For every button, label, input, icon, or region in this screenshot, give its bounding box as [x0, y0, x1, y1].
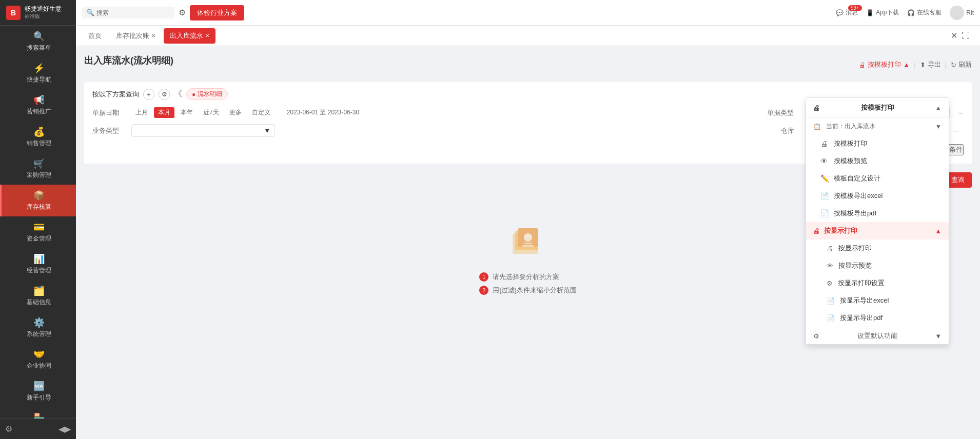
- tab-close-flow[interactable]: ✕: [205, 33, 209, 38]
- sidebar-item-purchase[interactable]: 🛒采购管理: [0, 153, 76, 185]
- dropdown-item-template-print[interactable]: 🖨按模板打印: [806, 135, 949, 152]
- filter-add-btn[interactable]: +: [143, 89, 154, 100]
- tab-flow[interactable]: 出入库流水✕: [164, 28, 215, 44]
- export-btn[interactable]: ⬆ 导出: [920, 60, 941, 69]
- inventory-icon: 📦: [33, 190, 45, 201]
- receipt-type-label: 单据类型: [767, 108, 798, 117]
- dropdown-item-template-export-excel[interactable]: 📄按模板导出excel: [806, 187, 949, 205]
- refresh-btn[interactable]: ↻ 刷新: [951, 60, 972, 69]
- biz-type-label: 业务类型: [92, 126, 123, 135]
- sidebar-item-label: 系统管理: [27, 330, 51, 338]
- dropdown-item-display-preview[interactable]: 👁按显示预览: [806, 257, 949, 274]
- display-preview-label: 按显示预览: [838, 261, 872, 270]
- date-opt-本月[interactable]: 本月: [154, 107, 174, 118]
- sidebar-item-guide[interactable]: 🆕新手引导: [0, 375, 76, 407]
- close-icon: ✕: [951, 31, 957, 41]
- sidebar-collapse-icon[interactable]: ◀▶: [58, 424, 71, 434]
- export-label: 导出: [928, 60, 941, 69]
- receipt-type-more-icon[interactable]: ···: [958, 109, 964, 116]
- sidebar-item-search[interactable]: 🔍搜索菜单: [0, 26, 76, 57]
- date-opt-上月[interactable]: 上月: [131, 107, 152, 118]
- topbar-search-box[interactable]: 🔍: [82, 7, 174, 18]
- sidebar-item-appcenter[interactable]: 🏪应用中心: [0, 407, 76, 418]
- current-template-icon: 📋: [813, 123, 821, 130]
- message-icon: 💬: [836, 9, 844, 16]
- template-custom-icon: ✏️: [820, 174, 829, 183]
- sidebar-item-quicknav[interactable]: ⚡快捷导航: [0, 57, 76, 89]
- svg-rect-4: [524, 243, 532, 244]
- collab-icon: 🤝: [33, 349, 45, 360]
- section-print-icon: 🖨: [813, 227, 820, 235]
- date-options: 上月本月本年近7天更多自定义: [131, 107, 275, 118]
- display-export-pdf-icon: 📄: [827, 314, 835, 322]
- dropdown-header-chevron-icon[interactable]: ▲: [935, 104, 942, 112]
- maximize-icon: ⛶: [962, 31, 970, 41]
- tab-close-batch[interactable]: ✕: [151, 33, 155, 38]
- main-area: 🔍 ⚙ 体验行业方案 💬 消息 99+ 📱 App下载 🎧 在线客服 Rit: [76, 0, 980, 439]
- dropdown-item-display-export-excel[interactable]: 📄按显示导出excel: [806, 292, 949, 309]
- dropdown-panel: 🖨 按模板打印 ▲ 📋 当前：出入库流水 ▼ 🖨按模板打印👁按模板预览✏️模板自…: [806, 97, 949, 345]
- tab-home[interactable]: 首页: [82, 28, 108, 44]
- dropdown-item-display-print[interactable]: 🖨按显示打印: [806, 240, 949, 257]
- basic-icon: 🗂️: [33, 285, 45, 296]
- sidebar-item-inventory[interactable]: 📦库存核算: [0, 185, 76, 216]
- user-avatar-area[interactable]: Rit: [950, 6, 974, 20]
- template-custom-label: 模板自定义设计: [834, 174, 880, 183]
- page-title: 出入库流水(流水明细): [84, 54, 173, 67]
- user-name: Rit: [966, 9, 974, 16]
- dropdown-item-template-preview[interactable]: 👁按模板预览: [806, 152, 949, 170]
- dropdown-item-template-export-pdf[interactable]: 📄按模板导出pdf: [806, 205, 949, 222]
- warehouse-more-icon[interactable]: ···: [954, 127, 959, 134]
- dropdown-footer[interactable]: ⚙ 设置默认功能 ▼: [806, 327, 949, 344]
- search-icon: 🔍: [86, 9, 94, 16]
- guide-icon: 🆕: [33, 381, 45, 392]
- settings-default-label: 设置默认功能: [857, 331, 897, 341]
- sidebar-item-system[interactable]: ⚙️系统管理: [0, 312, 76, 344]
- online-service-btn[interactable]: 🎧 在线客服: [907, 8, 942, 17]
- step-label-1: 请先选择要分析的方案: [493, 272, 559, 282]
- date-opt-近7天[interactable]: 近7天: [199, 107, 223, 118]
- search-input[interactable]: [96, 9, 158, 16]
- sidebar-item-label: 采购管理: [27, 171, 51, 179]
- message-btn[interactable]: 💬 消息 99+: [836, 8, 858, 17]
- headset-icon: 🎧: [907, 9, 915, 16]
- sidebar-item-collab[interactable]: 🤝企业协同: [0, 344, 76, 375]
- sidebar-item-marketing[interactable]: 📢营销推广: [0, 89, 76, 121]
- sidebar-settings-icon[interactable]: ⚙: [5, 424, 12, 434]
- refresh-label: 刷新: [958, 60, 972, 69]
- system-icon: ⚙️: [33, 317, 45, 328]
- biz-type-select[interactable]: ▼: [131, 124, 275, 137]
- tab-close-all[interactable]: ✕ ⛶: [951, 31, 970, 41]
- sidebar-item-operation[interactable]: 📊经营管理: [0, 248, 76, 280]
- industry-btn[interactable]: 体验行业方案: [190, 5, 244, 21]
- date-opt-更多[interactable]: 更多: [225, 107, 246, 118]
- dropdown-item-display-export-pdf[interactable]: 📄按显示导出pdf: [806, 309, 949, 327]
- filter-tag[interactable]: ● 流水明细: [186, 88, 228, 100]
- sidebar: B 畅捷通好生意 标准版 🔍搜索菜单⚡快捷导航📢营销推广💰销售管理🛒采购管理📦库…: [0, 0, 76, 439]
- sidebar-item-basic[interactable]: 🗂️基础信息: [0, 280, 76, 312]
- filter-collapse-icon[interactable]: 《: [174, 89, 182, 99]
- sidebar-item-sales[interactable]: 💰销售管理: [0, 121, 76, 153]
- sidebar-item-label: 营销推广: [27, 107, 51, 116]
- dropdown-items-top: 🖨按模板打印👁按模板预览✏️模板自定义设计📄按模板导出excel📄按模板导出pd…: [806, 135, 949, 222]
- tab-batch[interactable]: 库存批次账✕: [110, 28, 162, 44]
- app-download-icon: 📱: [866, 9, 874, 16]
- dropdown-print-icon: 🖨: [813, 104, 820, 112]
- filter-settings-btn[interactable]: ⚙: [159, 89, 170, 100]
- date-opt-自定义[interactable]: 自定义: [248, 107, 275, 118]
- appcenter-icon: 🏪: [33, 412, 45, 418]
- print-btn[interactable]: 🖨 按模板打印 ▲: [859, 60, 910, 69]
- sidebar-item-label: 经营管理: [27, 266, 51, 275]
- section-label: 🖨 按显示打印: [813, 226, 857, 235]
- dropdown-title: 按模板打印: [861, 103, 894, 112]
- sidebar-item-finance[interactable]: 💳资金管理: [0, 216, 76, 248]
- date-opt-本年[interactable]: 本年: [177, 107, 197, 118]
- sidebar-menu: 🔍搜索菜单⚡快捷导航📢营销推广💰销售管理🛒采购管理📦库存核算💳资金管理📊经营管理…: [0, 26, 76, 418]
- dropdown-section-header[interactable]: 🖨 按显示打印 ▲: [806, 222, 949, 240]
- dropdown-item-template-custom[interactable]: ✏️模板自定义设计: [806, 170, 949, 187]
- quicknav-icon: ⚡: [33, 63, 45, 74]
- app-download-btn[interactable]: 📱 App下载: [866, 8, 899, 17]
- topbar-gear-icon[interactable]: ⚙: [179, 8, 186, 17]
- svg-point-3: [524, 233, 532, 242]
- dropdown-item-display-print-settings[interactable]: ⚙按显示打印设置: [806, 274, 949, 292]
